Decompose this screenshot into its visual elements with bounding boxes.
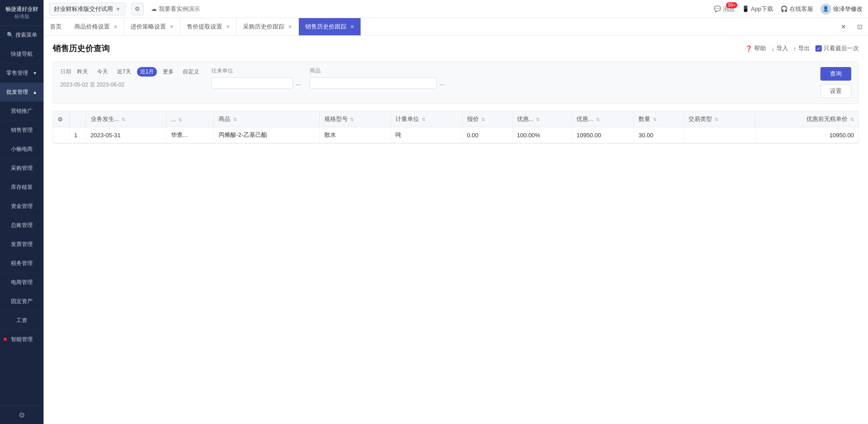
sidebar-item-quicknav[interactable]: 快捷导航 bbox=[0, 45, 44, 64]
sort-icon-notax-price: ⇅ bbox=[850, 117, 854, 122]
sort-icon-product: ⇅ bbox=[233, 117, 237, 122]
cloud-icon: ☁ bbox=[151, 5, 157, 12]
col-type[interactable]: 交易类型 ⇅ bbox=[684, 111, 756, 127]
help-link[interactable]: ❓ 帮助 bbox=[745, 44, 766, 53]
message-btn[interactable]: 💬 消息 99+ bbox=[714, 5, 735, 13]
tab-close-price-settings[interactable]: ✕ bbox=[113, 24, 117, 30]
product-selector[interactable]: 好业财标准版交付试用 ▼ bbox=[49, 3, 126, 15]
tab-pricing-strategy[interactable]: 进价策略设置 ✕ bbox=[124, 18, 180, 35]
col-spec[interactable]: 规格型号 ⇅ bbox=[319, 111, 391, 127]
tab-close-purchase-history[interactable]: ✕ bbox=[288, 24, 292, 30]
date-btn-today[interactable]: 今天 bbox=[94, 67, 111, 77]
online-service-btn[interactable]: 🎧 在线客服 bbox=[780, 5, 813, 13]
avatar: 👤 bbox=[820, 4, 831, 14]
headset-icon: 🎧 bbox=[780, 5, 788, 12]
tab-purchase-history[interactable]: 采购历史价跟踪 ✕ bbox=[237, 18, 299, 35]
sort-icon-spec: ⇅ bbox=[350, 117, 354, 122]
col-qty[interactable]: 数量 ⇅ bbox=[634, 111, 684, 127]
col-product[interactable]: 商品 ⇅ bbox=[214, 111, 319, 127]
tab-close-price-extract[interactable]: ✕ bbox=[226, 24, 230, 30]
page-title-bar: 销售历史价查询 ❓ 帮助 ↓ 导入 ↑ 导出 ✓ 只看最后一次 bbox=[53, 43, 859, 54]
user-icon: 👤 bbox=[823, 6, 829, 12]
tab-price-settings[interactable]: 商品价格设置 ✕ bbox=[68, 18, 124, 35]
app-edition: 标准版 bbox=[4, 13, 40, 20]
tab-close-sales-history[interactable]: ✕ bbox=[350, 24, 354, 30]
help-icon: ❓ bbox=[745, 45, 752, 52]
sidebar-settings-btn[interactable]: ⚙ bbox=[0, 406, 44, 424]
sidebar-item-sales[interactable]: 销售管理 bbox=[0, 121, 44, 140]
sidebar-item-marketing[interactable]: 营销推广 bbox=[0, 102, 44, 121]
query-btn[interactable]: 查询 bbox=[820, 67, 851, 81]
col-extra[interactable]: ... ⇅ bbox=[166, 111, 214, 127]
row-date: 2023-05-31 bbox=[86, 127, 166, 143]
sidebar-item-tax[interactable]: 税务管理 bbox=[0, 254, 44, 273]
product-more-btn[interactable]: ... bbox=[439, 80, 444, 87]
col-gear[interactable]: ⚙ bbox=[53, 111, 69, 127]
header-right: 💬 消息 99+ 📱 App下载 🎧 在线客服 👤 徐泽华修改 bbox=[714, 4, 863, 14]
col-price[interactable]: 报价 ⇅ bbox=[462, 111, 512, 127]
sidebar-item-retail[interactable]: 零售管理 ▼ bbox=[0, 64, 44, 83]
date-btn-more[interactable]: 更多 bbox=[160, 67, 177, 77]
table-container: ⚙ 业务发生... ⇅ ... ⇅ 商品 ⇅ bbox=[53, 111, 859, 144]
sidebar-item-invoice[interactable]: 发票管理 bbox=[0, 235, 44, 254]
product-settings-btn[interactable]: ⚙ bbox=[131, 3, 144, 15]
sidebar-item-ai[interactable]: 智能管理 bbox=[0, 330, 44, 349]
close-window-btn[interactable]: ✕ bbox=[835, 19, 852, 35]
product-filter-group: 商品 ... bbox=[310, 67, 444, 89]
sidebar-item-finance[interactable]: 资金管理 bbox=[0, 197, 44, 216]
app-download-btn[interactable]: 📱 App下载 bbox=[742, 5, 773, 13]
col-date[interactable]: 业务发生... ⇅ bbox=[86, 111, 166, 127]
sidebar-item-ledger[interactable]: 总账管理 bbox=[0, 216, 44, 235]
sidebar-item-salary[interactable]: 工资 bbox=[0, 311, 44, 330]
sidebar-item-assets[interactable]: 固定资产 bbox=[0, 292, 44, 311]
maximize-window-btn[interactable]: ⊡ bbox=[852, 19, 868, 35]
customer-more-btn[interactable]: ... bbox=[296, 80, 301, 87]
sort-icon-qty: ⇅ bbox=[653, 117, 657, 122]
user-info[interactable]: 👤 徐泽华修改 bbox=[820, 4, 863, 14]
product-dropdown-arrow: ▼ bbox=[116, 6, 121, 12]
sidebar-item-wholesale[interactable]: 批发管理 ▲ bbox=[0, 83, 44, 102]
row-index: 1 bbox=[69, 127, 86, 143]
table-header-row: ⚙ 业务发生... ⇅ ... ⇅ 商品 ⇅ bbox=[53, 111, 858, 127]
settings-btn[interactable]: 设置 bbox=[820, 84, 851, 98]
sidebar-item-purchase[interactable]: 采购管理 bbox=[0, 159, 44, 178]
col-notax-price[interactable]: 优惠前无税单价 ⇅ bbox=[755, 111, 858, 127]
date-btn-last1month[interactable]: 近1月 bbox=[137, 67, 157, 77]
sidebar-item-ecommerce[interactable]: 电商管理 bbox=[0, 273, 44, 292]
demo-link[interactable]: ☁ 我要看实例演示 bbox=[151, 5, 200, 13]
arrow-up-icon: ▲ bbox=[33, 90, 37, 95]
sort-icon-unit: ⇅ bbox=[422, 117, 425, 122]
product-input[interactable] bbox=[310, 77, 437, 89]
col-discount2[interactable]: 优惠... ⇅ bbox=[572, 111, 634, 127]
sort-icon-type: ⇅ bbox=[715, 117, 718, 122]
last-only-checkbox[interactable]: ✓ 只看最后一次 bbox=[815, 44, 859, 53]
product-input-row: ... bbox=[310, 77, 444, 89]
table-row: 1 2023-05-31 华查... 丙烯酸-2-乙基己酯 散水 吨 0.00 … bbox=[53, 127, 858, 143]
date-btn-last7[interactable]: 近7天 bbox=[114, 67, 134, 77]
sidebar-item-inventory[interactable]: 库存核算 bbox=[0, 178, 44, 197]
tab-close-pricing-strategy[interactable]: ✕ bbox=[170, 24, 174, 30]
sidebar-item-search[interactable]: 🔍 搜索菜单 bbox=[0, 26, 44, 45]
export-icon: ↑ bbox=[794, 45, 797, 52]
customer-input[interactable] bbox=[211, 77, 293, 89]
customer-input-row: ... bbox=[211, 77, 301, 89]
tab-home[interactable]: 首页 bbox=[44, 18, 68, 35]
col-unit[interactable]: 计量单位 ⇅ bbox=[391, 111, 463, 127]
filter-bar: 日期 昨天 今天 近7天 近1月 更多 自定义 2023-05-02 至 202… bbox=[53, 61, 859, 104]
tab-sales-history[interactable]: 销售历史价跟踪 ✕ bbox=[299, 18, 361, 35]
tab-price-extract[interactable]: 售价提取设置 ✕ bbox=[180, 18, 237, 35]
col-discount1[interactable]: 优惠... ⇅ bbox=[512, 111, 572, 127]
import-link[interactable]: ↓ 导入 bbox=[771, 44, 788, 53]
date-filter-group: 日期 昨天 今天 近7天 近1月 更多 自定义 2023-05-02 至 202… bbox=[60, 67, 202, 89]
sidebar-item-ecommerce-small[interactable]: 小畅电商 bbox=[0, 140, 44, 159]
row-extra: 华查... bbox=[166, 127, 214, 143]
date-btn-yesterday[interactable]: 昨天 bbox=[74, 67, 91, 77]
row-discount1: 100.00% bbox=[512, 127, 572, 143]
date-btn-custom[interactable]: 自定义 bbox=[180, 67, 202, 77]
row-type bbox=[684, 127, 756, 143]
export-link[interactable]: ↑ 导出 bbox=[794, 44, 810, 53]
import-icon: ↓ bbox=[771, 45, 775, 52]
customer-filter-group: 往来单位 ... bbox=[211, 67, 301, 89]
row-spec: 散水 bbox=[319, 127, 391, 143]
search-icon: 🔍 bbox=[7, 32, 14, 38]
